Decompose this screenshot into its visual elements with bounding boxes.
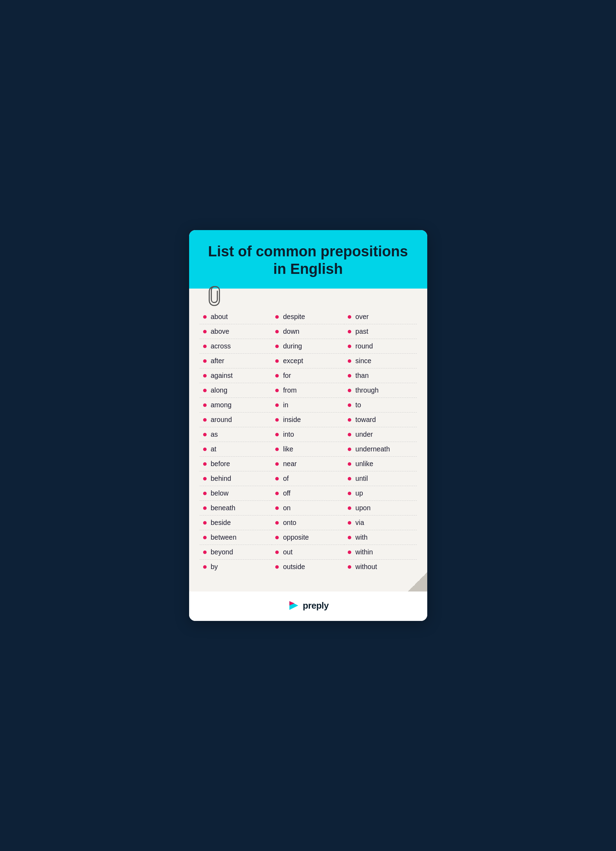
preposition-word: outside <box>283 563 305 571</box>
preposition-word: beyond <box>211 548 233 556</box>
bullet-icon <box>275 550 279 554</box>
preposition-word: for <box>283 371 291 380</box>
bullet-icon <box>275 418 279 422</box>
bullet-icon <box>275 344 279 348</box>
list-item: with <box>344 530 417 545</box>
list-item: unlike <box>344 457 417 471</box>
list-item: after <box>200 354 272 368</box>
list-item: beside <box>200 516 272 530</box>
preposition-word: up <box>355 489 363 497</box>
preposition-word: out <box>283 548 292 556</box>
bullet-icon <box>348 433 351 436</box>
list-item: along <box>200 383 272 398</box>
list-item: down <box>272 324 344 339</box>
column-1: aboutaboveacrossafteragainstalongamongar… <box>200 310 272 574</box>
list-item: beyond <box>200 545 272 559</box>
preposition-word: opposite <box>283 533 309 541</box>
list-item: to <box>344 398 417 412</box>
preposition-word: around <box>211 416 232 424</box>
bullet-icon <box>203 389 207 392</box>
list-item: around <box>200 412 272 427</box>
preposition-word: since <box>355 357 371 365</box>
brand-name: preply <box>303 601 329 611</box>
paperclip-icon <box>207 285 222 306</box>
list-item: inside <box>272 412 344 427</box>
bullet-icon <box>275 536 279 539</box>
preposition-word: than <box>355 371 369 380</box>
bullet-icon <box>203 448 207 451</box>
preposition-word: with <box>355 533 368 541</box>
list-item: despite <box>272 310 344 324</box>
preposition-word: about <box>211 313 228 321</box>
column-3: overpastroundsincethanthroughtotowardund… <box>344 310 417 574</box>
bullet-icon <box>275 403 279 407</box>
list-item: near <box>272 457 344 471</box>
preposition-word: over <box>355 313 369 321</box>
list-item: within <box>344 545 417 559</box>
bullet-icon <box>203 521 207 525</box>
page-title: List of common prepositions in English <box>203 243 413 278</box>
preposition-word: behind <box>211 475 231 483</box>
bullet-icon <box>203 550 207 554</box>
list-item: from <box>272 383 344 398</box>
preposition-word: between <box>211 533 237 541</box>
preposition-word: before <box>211 460 230 468</box>
preposition-word: except <box>283 357 303 365</box>
list-item: than <box>344 368 417 383</box>
list-item: about <box>200 310 272 324</box>
preply-logo: preply <box>287 599 329 612</box>
card-header: List of common prepositions in English <box>189 230 427 289</box>
preposition-word: through <box>355 386 379 394</box>
preposition-word: by <box>211 563 218 571</box>
corner-fold <box>408 572 427 591</box>
preposition-word: above <box>211 328 229 335</box>
list-item: toward <box>344 412 417 427</box>
bullet-icon <box>275 462 279 466</box>
bullet-icon <box>348 565 351 569</box>
bullet-icon <box>275 477 279 481</box>
bullet-icon <box>203 344 207 348</box>
bullet-icon <box>348 448 351 451</box>
list-item: through <box>344 383 417 398</box>
list-item: opposite <box>272 530 344 545</box>
preposition-list: aboutaboveacrossafteragainstalongamongar… <box>200 310 417 574</box>
preposition-word: down <box>283 328 299 335</box>
bullet-icon <box>275 492 279 495</box>
list-item: beneath <box>200 501 272 516</box>
preposition-word: in <box>283 401 288 409</box>
preposition-word: toward <box>355 416 376 424</box>
list-item: past <box>344 324 417 339</box>
bullet-icon <box>348 389 351 392</box>
bullet-icon <box>348 359 351 363</box>
bullet-icon <box>348 477 351 481</box>
bullet-icon <box>203 507 207 510</box>
bullet-icon <box>348 462 351 466</box>
preposition-word: beside <box>211 519 231 527</box>
bullet-icon <box>203 418 207 422</box>
preposition-word: among <box>211 401 232 409</box>
list-item: in <box>272 398 344 412</box>
bullet-icon <box>203 492 207 495</box>
list-item: between <box>200 530 272 545</box>
list-item: before <box>200 457 272 471</box>
preposition-word: upon <box>355 504 371 512</box>
bullet-icon <box>275 565 279 569</box>
preposition-word: underneath <box>355 445 390 453</box>
bullet-icon <box>348 507 351 510</box>
bullet-icon <box>348 492 351 495</box>
preposition-word: via <box>355 519 364 527</box>
column-2: despitedownduringexceptforfromininsidein… <box>272 310 344 574</box>
list-item: for <box>272 368 344 383</box>
bullet-icon <box>275 359 279 363</box>
card-body: aboutaboveacrossafteragainstalongamongar… <box>189 289 427 591</box>
list-item: except <box>272 354 344 368</box>
list-item: over <box>344 310 417 324</box>
list-item: as <box>200 427 272 442</box>
preposition-word: of <box>283 475 288 483</box>
bullet-icon <box>275 507 279 510</box>
list-item: out <box>272 545 344 559</box>
bullet-icon <box>348 315 351 319</box>
bullet-icon <box>348 536 351 539</box>
list-item: of <box>272 471 344 486</box>
preposition-word: inside <box>283 416 301 424</box>
